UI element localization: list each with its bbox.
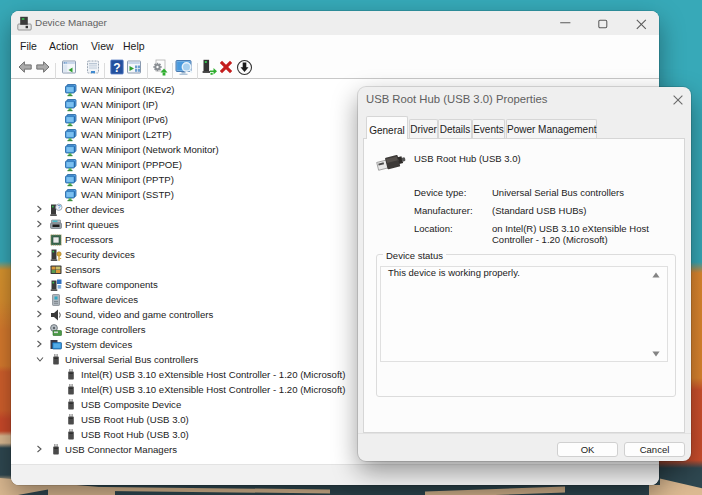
svg-text:?: ? xyxy=(113,61,120,75)
